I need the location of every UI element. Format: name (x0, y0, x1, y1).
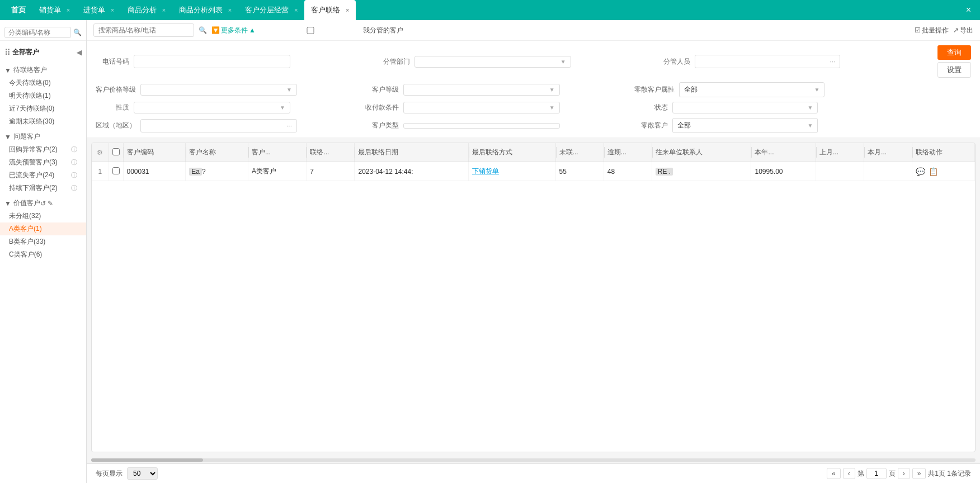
retail-attr-select[interactable]: 全部 ▼ (679, 82, 824, 97)
nav-purchase-order[interactable]: 进货单 × (77, 0, 121, 20)
close-product-analysis[interactable]: × (162, 7, 166, 13)
settings-button[interactable]: 设置 (937, 62, 971, 78)
col-last-date: 最后联络日期 (355, 143, 468, 162)
sidebar-search-input[interactable] (4, 27, 71, 38)
export-button[interactable]: ↗ 导出 (953, 26, 973, 35)
sidebar-group-problem: ▼ 问题客户 回购异常客户(2) ⓘ 流失预警客户(3) ⓘ 已流失客户(24)… (0, 130, 86, 195)
status-arrow-icon: ▼ (807, 105, 813, 111)
settings-icon[interactable]: ⚙ (97, 149, 103, 157)
dept-select[interactable]: ▼ (414, 56, 571, 68)
region-dots-icon[interactable]: ··· (286, 122, 292, 130)
nav-customer-contact[interactable]: 客户联络 × (304, 0, 356, 20)
all-customers-header[interactable]: ⠿ 全部客户 ◀ (4, 45, 82, 59)
group-pending-title[interactable]: ▼ 待联络客户 (0, 64, 86, 77)
close-customer-segment[interactable]: × (294, 7, 298, 13)
manager-input[interactable]: ··· (695, 55, 840, 68)
phone-action-icon[interactable]: 📋 (929, 167, 938, 176)
col-customer-code: 客户编码 (123, 143, 186, 162)
manager-dots-icon[interactable]: ··· (830, 58, 835, 65)
region-input[interactable]: ··· (140, 119, 297, 132)
last-method-link[interactable]: 下销货单 (472, 167, 499, 175)
col-contact-person: 往来单位联系人 (652, 143, 751, 162)
payment-label: 收付款条件 (365, 103, 399, 112)
refresh-icon[interactable]: ↺ (40, 200, 46, 207)
table-row: 1 000031 Ea? A类客户 (92, 162, 975, 181)
sidebar-item-class-a[interactable]: A类客户(1) (0, 222, 86, 235)
close-customer-contact[interactable]: × (346, 7, 349, 13)
sidebar-search-icon[interactable]: 🔍 (73, 29, 82, 36)
search-button[interactable]: 查询 (937, 45, 971, 60)
sidebar-item-ungrouped[interactable]: 未分组(32) (0, 210, 86, 222)
sidebar-item-declining[interactable]: 持续下滑客户(2) ⓘ (0, 182, 86, 195)
scrollbar-thumb[interactable] (91, 458, 203, 462)
row-select-checkbox[interactable] (112, 167, 120, 174)
edit-icon[interactable]: ✎ (48, 200, 53, 207)
close-sales-order[interactable]: × (67, 7, 70, 13)
sidebar-item-overdue[interactable]: 逾期未联络(30) (0, 115, 86, 128)
nav-home[interactable]: 首页 (4, 0, 32, 20)
my-customer-checkbox-label[interactable]: 我分管的客户 (260, 26, 403, 35)
first-page-button[interactable]: « (827, 468, 841, 479)
group-value-title[interactable]: ▼ 价值客户 ↺ ✎ (0, 197, 86, 210)
nav-product-analysis[interactable]: 商品分析 × (121, 0, 172, 20)
close-product-analysis-list[interactable]: × (228, 7, 232, 13)
select-all-checkbox[interactable] (112, 148, 120, 155)
sidebar-item-7days[interactable]: 近7天待联络(0) (0, 102, 86, 115)
sidebar-item-tomorrow[interactable]: 明天待联络(1) (0, 89, 86, 102)
page-size-select[interactable]: 50 100 200 (127, 467, 158, 480)
col-last-month: 上月... (816, 143, 864, 162)
horizontal-scrollbar[interactable] (87, 457, 980, 463)
nav-product-analysis-list[interactable]: 商品分析列表 × (172, 0, 238, 20)
close-purchase-order[interactable]: × (111, 7, 114, 13)
collapse-sidebar-icon[interactable]: ◀ (77, 49, 82, 56)
nav-customer-segment[interactable]: 客户分层经营 × (238, 0, 304, 20)
sidebar-item-class-b[interactable]: B类客户(33) (0, 235, 86, 248)
phone-label: 电话号码 (96, 57, 129, 67)
triangle-problem-icon: ▼ (4, 133, 11, 141)
sidebar-item-churned[interactable]: 已流失客户(24) ⓘ (0, 169, 86, 182)
filter-region: 区域（地区） ··· (96, 119, 361, 132)
row-action: 💬 📋 (912, 162, 975, 181)
more-filter-button[interactable]: 🔽 更多条件 ▲ (211, 26, 256, 35)
prev-page-button[interactable]: ‹ (843, 468, 855, 479)
scrollbar-track[interactable] (91, 458, 976, 462)
sidebar-item-class-c[interactable]: C类客户(6) (0, 248, 86, 261)
close-all-tabs[interactable]: × (962, 5, 976, 15)
retail-customer-label: 零散客户 (634, 121, 668, 130)
customer-type-input[interactable] (403, 123, 560, 129)
pagination-bar: 每页显示 50 100 200 « ‹ 第 页 › » 共1页 1条记录 (87, 463, 980, 483)
row-last-method: 下销货单 (468, 162, 555, 181)
sidebar-item-repurchase-abnormal[interactable]: 回购异常客户(2) ⓘ (0, 143, 86, 156)
filter-row-3: 性质 ▼ 收付款条件 ▼ 状态 (96, 102, 971, 113)
sidebar-group-pending: ▼ 待联络客户 今天待联络(0) 明天待联络(1) 近7天待联络(0) 逾期未联… (0, 64, 86, 128)
my-customer-checkbox[interactable] (260, 27, 361, 34)
sidebar-item-today[interactable]: 今天待联络(0) (0, 77, 86, 89)
row-last-date: 2023-04-12 14:44: (355, 162, 468, 181)
page-number-input[interactable] (866, 468, 887, 479)
group-problem-title[interactable]: ▼ 问题客户 (0, 130, 86, 143)
batch-op-button[interactable]: ☑ 批量操作 (915, 26, 949, 35)
search-input[interactable] (93, 23, 194, 37)
col-last-method: 最后联络方式 (468, 143, 555, 162)
customer-level-select[interactable]: ▼ (403, 84, 560, 96)
payment-select[interactable]: ▼ (403, 102, 560, 113)
price-level-select[interactable]: ▼ (140, 84, 297, 96)
sidebar-group-value: ▼ 价值客户 ↺ ✎ 未分组(32) A类客户(1) B类客户(33) C类客户… (0, 197, 86, 261)
nav-sales-order[interactable]: 销货单 × (32, 0, 77, 20)
status-select[interactable]: ▼ (672, 102, 818, 113)
sidebar: 🔍 ⠿ 全部客户 ◀ ▼ 待联络客户 今天待联络(0) 明天待联络(1) 近7天… (0, 20, 87, 483)
nature-select[interactable]: ▼ (134, 102, 290, 113)
row-name: Ea? (186, 162, 248, 181)
sidebar-item-churn-warning[interactable]: 流失预警客户(3) ⓘ (0, 156, 86, 169)
filter-dept: 分管部门 ▼ (376, 56, 653, 68)
customer-table: ⚙ 客户编码 客户名称 (92, 143, 975, 181)
col-no-contact: 未联... (555, 143, 604, 162)
retail-customer-select[interactable]: 全部 ▼ (672, 118, 818, 133)
filter-retail-attr: 零散客户属性 全部 ▼ (634, 82, 899, 97)
search-button-icon[interactable]: 🔍 (199, 26, 207, 34)
phone-input[interactable] (134, 55, 290, 68)
message-action-icon[interactable]: 💬 (916, 167, 925, 176)
last-page-button[interactable]: » (912, 468, 926, 479)
filter-row-2: 客户价格等级 ▼ 客户等级 ▼ 零散客户属性 全部 (96, 82, 971, 97)
next-page-button[interactable]: › (898, 468, 910, 479)
